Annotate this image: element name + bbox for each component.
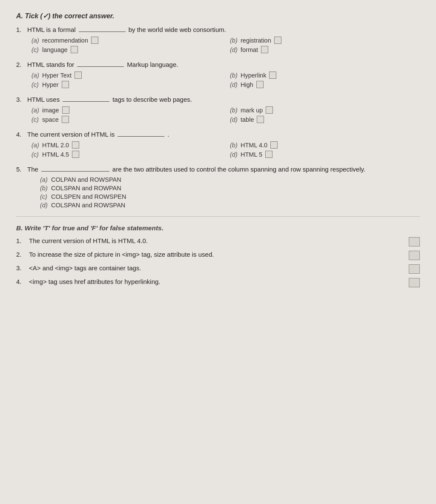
- q2-option-b: (b) Hyperlink: [230, 72, 420, 79]
- tf2-text: To increase the size of picture in <img>…: [29, 251, 214, 258]
- question-2-text: 2. HTML stands for Markup language.: [16, 61, 420, 68]
- q1-b-checkbox[interactable]: [274, 37, 281, 44]
- q4-c-letter: (c): [32, 151, 39, 158]
- q2-blank: [77, 66, 124, 67]
- tf-question-2: 2. To increase the size of picture in <i…: [16, 251, 420, 260]
- q2-b-checkbox[interactable]: [269, 72, 276, 79]
- q4-a-letter: (a): [32, 142, 39, 149]
- q2-option-a: (a) Hyper Text: [32, 72, 221, 79]
- question-1-text: 1. HTML is a formal by the world wide we…: [16, 26, 420, 33]
- q2-a-checkbox[interactable]: [75, 72, 82, 79]
- q2-c-letter: (c): [32, 81, 39, 88]
- q2-option-c: (c) Hyper: [32, 81, 221, 88]
- q5-option-b: (b) COLSPAN and ROWPAN: [40, 185, 420, 192]
- tf-question-4: 4. <img> tag uses href attributes for hy…: [16, 278, 420, 287]
- q4-b-letter: (b): [230, 142, 238, 149]
- q3-option-c: (c) space: [32, 116, 221, 123]
- tf-question-3: 3. <A> and <img> tags are container tags…: [16, 264, 420, 274]
- q1-option-a: (a) recommendation: [32, 37, 221, 44]
- q2-c-checkbox[interactable]: [62, 81, 69, 88]
- tf4-num: 4.: [16, 278, 26, 285]
- q1-a-checkbox[interactable]: [91, 37, 98, 44]
- q1-c-text: language: [42, 46, 68, 53]
- q3-option-a: (a) image: [32, 106, 221, 114]
- q2-b-text: Hyperlink: [241, 72, 266, 79]
- q3-b-checkbox[interactable]: [266, 106, 273, 114]
- q2-d-checkbox[interactable]: [256, 81, 264, 88]
- tf2-checkbox[interactable]: [409, 251, 420, 260]
- tf1-checkbox[interactable]: [409, 237, 420, 246]
- q3-d-checkbox[interactable]: [257, 116, 264, 123]
- q4-a-checkbox[interactable]: [72, 141, 79, 149]
- q3-a-text: image: [42, 107, 59, 114]
- q5-option-c: (c) COLSPEN and ROWSPEN: [40, 193, 420, 200]
- q2-options: (a) Hyper Text (b) Hyperlink (c) Hyper (…: [32, 72, 420, 88]
- q4-num: 4.: [16, 131, 26, 138]
- q5-c-text: COLSPEN and ROWSPEN: [51, 193, 126, 200]
- q1-options: (a) recommendation (b) registration (c) …: [32, 37, 420, 53]
- q5-text-after: are the two attributes used to control t…: [112, 166, 365, 173]
- question-5-text: 5. The are the two attributes used to co…: [16, 166, 420, 173]
- tf2-num: 2.: [16, 251, 26, 258]
- q2-d-letter: (d): [230, 81, 238, 88]
- q2-num: 2.: [16, 61, 26, 68]
- q5-c-letter: (c): [40, 193, 48, 200]
- q4-blank: [118, 136, 164, 137]
- q1-a-letter: (a): [32, 37, 39, 44]
- q4-d-text: HTML 5: [241, 151, 262, 158]
- q4-d-checkbox[interactable]: [265, 151, 272, 158]
- question-5: 5. The are the two attributes used to co…: [16, 166, 420, 209]
- q1-blank: [79, 32, 126, 32]
- q3-num: 3.: [16, 96, 26, 103]
- tf1-text: The current version of HTML is HTML 4.0.: [29, 237, 148, 244]
- q3-a-letter: (a): [32, 107, 39, 114]
- tf3-checkbox[interactable]: [409, 264, 420, 274]
- question-3: 3. HTML uses tags to describe web pages.…: [16, 96, 420, 123]
- q3-b-letter: (b): [230, 107, 238, 114]
- q4-option-a: (a) HTML 2.0: [32, 141, 221, 149]
- q5-num: 5.: [16, 166, 26, 173]
- section-b-header: B. Write 'T' for true and 'F' for false …: [16, 224, 420, 232]
- q3-c-letter: (c): [32, 116, 39, 123]
- q2-b-letter: (b): [230, 72, 238, 79]
- q5-b-text: COLSPAN and ROWPAN: [51, 185, 121, 192]
- page: A. Tick (✓) the correct answer. 1. HTML …: [0, 0, 436, 504]
- q1-num: 1.: [16, 26, 26, 33]
- q3-options: (a) image (b) mark up (c) space (d) tabl…: [32, 106, 420, 123]
- q4-text-after: .: [167, 131, 169, 138]
- q3-c-checkbox[interactable]: [62, 116, 69, 123]
- tf4-checkbox[interactable]: [409, 278, 420, 287]
- q2-text-before: HTML stands for: [27, 61, 74, 68]
- tf3-num: 3.: [16, 264, 26, 272]
- q1-c-checkbox[interactable]: [71, 46, 78, 53]
- q4-option-d: (d) HTML 5: [230, 151, 420, 158]
- q5-d-text: COLSPAN and ROWSPAN: [51, 202, 125, 209]
- q3-a-checkbox[interactable]: [62, 106, 69, 114]
- q1-b-text: registration: [241, 37, 271, 44]
- q4-option-c: (c) HTML 4.5: [32, 151, 221, 158]
- q1-d-checkbox[interactable]: [261, 46, 268, 53]
- q3-text-before: HTML uses: [27, 96, 60, 103]
- q4-a-text: HTML 2.0: [42, 142, 69, 149]
- q4-b-text: HTML 4.0: [241, 142, 267, 149]
- q3-b-text: mark up: [241, 107, 263, 114]
- q3-option-d: (d) table: [230, 116, 420, 123]
- q3-blank: [63, 101, 109, 102]
- q5-a-text: COLPAN and ROWSPAN: [51, 176, 121, 183]
- q3-option-b: (b) mark up: [230, 106, 420, 114]
- q2-text-after: Markup language.: [127, 61, 178, 68]
- q1-d-text: format: [241, 46, 258, 53]
- q3-c-text: space: [42, 116, 59, 123]
- tf-question-1: 1. The current version of HTML is HTML 4…: [16, 237, 420, 246]
- q4-d-letter: (d): [230, 151, 238, 158]
- q4-b-checkbox[interactable]: [270, 141, 278, 149]
- tf3-text: <A> and <img> tags are container tags.: [29, 264, 141, 272]
- section-a-header: A. Tick (✓) the correct answer.: [16, 12, 420, 20]
- q5-option-a: (a) COLPAN and ROWSPAN: [40, 176, 420, 183]
- q5-text-before: The: [27, 166, 38, 173]
- q4-c-checkbox[interactable]: [72, 151, 79, 158]
- question-2: 2. HTML stands for Markup language. (a) …: [16, 61, 420, 88]
- q1-a-text: recommendation: [42, 37, 88, 44]
- q2-option-d: (d) High: [230, 81, 420, 88]
- q4-text-before: The current version of HTML is: [27, 131, 115, 138]
